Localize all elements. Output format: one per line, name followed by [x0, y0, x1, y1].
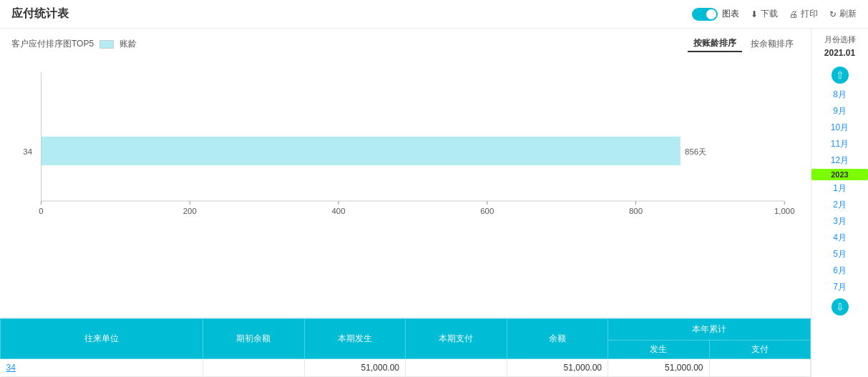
month-item[interactable]: 6月: [811, 263, 868, 279]
app-container: 应付统计表 图表 ⬇ 下载 🖨 打印 ↻ 刷新: [0, 0, 868, 377]
print-label: 打印: [801, 8, 818, 20]
table-header-row1: 往来单位 期初余额 本期发生 本期支付 余额 本年累计: [1, 319, 811, 341]
header-actions: 图表 ⬇ 下载 🖨 打印 ↻ 刷新: [692, 8, 857, 21]
chart-toggle[interactable]: 图表: [692, 8, 739, 21]
month-item[interactable]: 9月: [811, 103, 868, 119]
month-list: 8月9月10月11月12月20231月2月3月4月5月6月7月: [811, 87, 868, 295]
header: 应付统计表 图表 ⬇ 下载 🖨 打印 ↻ 刷新: [0, 0, 868, 29]
download-icon: ⬇: [751, 9, 758, 19]
sidebar-title: 月份选择: [824, 34, 856, 45]
sort-by-balance-button[interactable]: 按账龄排序: [688, 36, 742, 52]
month-item[interactable]: 5月: [811, 246, 868, 263]
cell-balance: 51,000.00: [507, 359, 608, 377]
chart-area: 客户应付排序图TOP5 账龄 按账龄排序 按余额排序 34: [0, 29, 811, 318]
chart-toggle-label: 图表: [722, 8, 739, 20]
month-item[interactable]: 10月: [811, 119, 868, 136]
col-year-group-header: 本年累计: [608, 319, 811, 341]
col-unit-header: 往来单位: [1, 319, 203, 359]
month-item[interactable]: 8月: [811, 87, 868, 103]
table-row: 34 51,000.00 51,000.00 51,000.00: [1, 359, 811, 377]
month-item[interactable]: 12月: [811, 152, 868, 169]
sidebar-arrow-down[interactable]: ⇩: [832, 298, 849, 315]
sort-by-amount-button[interactable]: 按余额排序: [745, 36, 799, 52]
year-label: 2023: [811, 169, 868, 180]
month-item[interactable]: 11月: [811, 136, 868, 152]
left-panel: 客户应付排序图TOP5 账龄 按账龄排序 按余额排序 34: [0, 29, 811, 377]
cell-year-occur: 51,000.00: [608, 359, 710, 377]
cell-year-pay: [709, 359, 811, 377]
bar-end-label: 856天: [685, 147, 706, 156]
svg-text:1,000: 1,000: [774, 207, 795, 215]
col-current-pay-header: 本期支付: [406, 319, 507, 359]
toggle-thumb: [706, 9, 716, 19]
bar-chart: 34 856天 0: [11, 58, 799, 244]
svg-text:400: 400: [331, 207, 345, 215]
refresh-label: 刷新: [839, 8, 857, 20]
month-item[interactable]: 2月: [811, 197, 868, 213]
table-area: 往来单位 期初余额 本期发生 本期支付 余额 本年累计 发生 支付: [0, 318, 811, 377]
sidebar-current-value: 2021.01: [824, 48, 855, 58]
month-item[interactable]: 1月: [811, 180, 868, 197]
chart-legend-color-label: 账龄: [120, 38, 137, 50]
page-title: 应付统计表: [11, 6, 69, 21]
chart-header: 客户应付排序图TOP5 账龄 按账龄排序 按余额排序: [11, 36, 799, 52]
month-item[interactable]: 4月: [811, 230, 868, 246]
col-current-occur-header: 本期发生: [304, 319, 406, 359]
svg-text:200: 200: [183, 207, 197, 215]
svg-text:800: 800: [629, 207, 643, 215]
col-balance-header: 余额: [507, 319, 608, 359]
bar-rect: [42, 137, 681, 165]
sidebar-arrow-up[interactable]: ⇧: [832, 67, 849, 84]
cell-current-pay: [406, 359, 507, 377]
toggle-track[interactable]: [692, 8, 718, 21]
chart-legend: 客户应付排序图TOP5 账龄: [11, 38, 137, 50]
month-item[interactable]: 3月: [811, 213, 868, 230]
month-item[interactable]: 7月: [811, 279, 868, 295]
col-year-occur-header: 发生: [608, 341, 710, 359]
legend-color-box: [99, 40, 114, 49]
download-label: 下载: [761, 8, 778, 20]
bar-chart-svg: 34 856天 0: [11, 58, 799, 244]
col-opening-header: 期初余额: [203, 319, 305, 359]
refresh-icon: ↻: [829, 9, 837, 19]
main-content: 客户应付排序图TOP5 账龄 按账龄排序 按余额排序 34: [0, 29, 868, 377]
cell-unit[interactable]: 34: [1, 359, 203, 377]
bar-y-label: 34: [23, 147, 32, 156]
print-button[interactable]: 🖨 打印: [789, 8, 818, 20]
refresh-button[interactable]: ↻ 刷新: [829, 8, 857, 20]
cell-current-occur: 51,000.00: [304, 359, 406, 377]
chart-legend-title: 客户应付排序图TOP5: [11, 38, 94, 50]
print-icon: 🖨: [789, 9, 798, 19]
chart-sort-buttons: 按账龄排序 按余额排序: [688, 36, 799, 52]
col-year-pay-header: 支付: [709, 341, 811, 359]
svg-text:600: 600: [480, 207, 494, 215]
download-button[interactable]: ⬇ 下载: [751, 8, 778, 20]
table-body: 34 51,000.00 51,000.00 51,000.00: [1, 359, 811, 377]
right-sidebar: 月份选择 2021.01 ⇧ 8月9月10月11月12月20231月2月3月4月…: [811, 29, 868, 377]
data-table: 往来单位 期初余额 本期发生 本期支付 余额 本年累计 发生 支付: [0, 318, 811, 377]
svg-text:0: 0: [39, 207, 43, 215]
cell-opening: [203, 359, 305, 377]
